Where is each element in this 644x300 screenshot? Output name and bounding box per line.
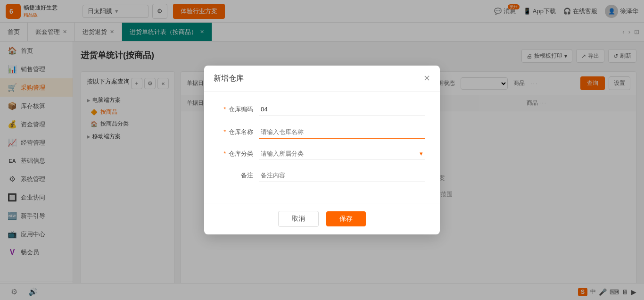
form-row-remark: 备注 xyxy=(219,169,425,182)
required-mark-name: * xyxy=(223,128,226,135)
required-mark: * xyxy=(223,106,226,113)
code-label: * 仓库编码 xyxy=(219,105,253,114)
category-dropdown-icon: ▾ xyxy=(420,150,423,157)
warehouse-code-input[interactable] xyxy=(259,103,425,116)
dialog-title: 新增仓库 xyxy=(214,74,244,83)
form-row-code: * 仓库编码 xyxy=(219,103,425,116)
cancel-button[interactable]: 取消 xyxy=(278,211,319,227)
form-row-name: * 仓库名称 xyxy=(219,125,425,139)
new-warehouse-dialog: 新增仓库 ✕ * 仓库编码 * 仓库名称 * 仓库分类 xyxy=(204,66,440,234)
required-mark-category: * xyxy=(223,150,226,157)
remark-label: 备注 xyxy=(219,171,253,180)
category-input[interactable] xyxy=(261,150,420,157)
dialog-header: 新增仓库 ✕ xyxy=(204,66,440,92)
dialog-body: * 仓库编码 * 仓库名称 * 仓库分类 ▾ 备注 xyxy=(204,92,440,203)
form-row-category: * 仓库分类 ▾ xyxy=(219,148,425,159)
save-button[interactable]: 保存 xyxy=(326,211,366,226)
dialog-footer: 取消 保存 xyxy=(204,203,440,234)
remark-input[interactable] xyxy=(259,169,425,182)
category-select-wrap[interactable]: ▾ xyxy=(259,148,425,159)
dialog-close-button[interactable]: ✕ xyxy=(423,73,430,83)
name-label: * 仓库名称 xyxy=(219,128,253,136)
category-label: * 仓库分类 xyxy=(219,150,253,158)
warehouse-name-input[interactable] xyxy=(259,125,425,139)
